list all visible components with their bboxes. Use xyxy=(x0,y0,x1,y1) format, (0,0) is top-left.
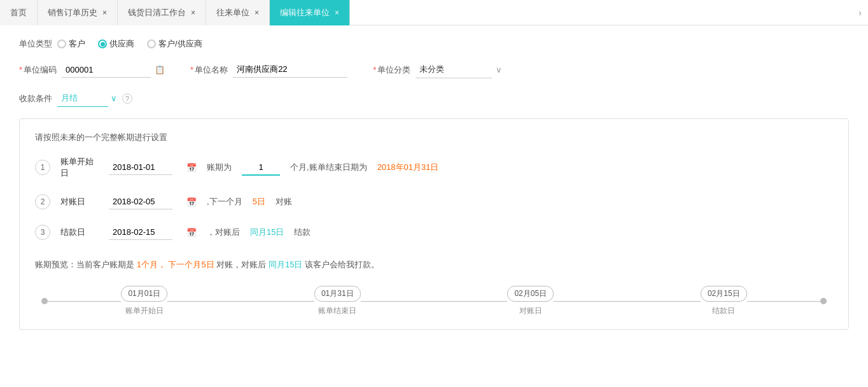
payment-dropdown[interactable]: 月结 ∨ xyxy=(57,90,117,107)
reconcile-date-input[interactable] xyxy=(109,194,172,209)
timeline-caption-3: 对账日 xyxy=(519,306,542,316)
timeline-caption-4: 结款日 xyxy=(712,306,735,316)
timeline-line-5 xyxy=(747,301,820,302)
unit-code-group: * 单位编码 📋 xyxy=(19,62,165,78)
unit-name-input[interactable] xyxy=(233,62,347,78)
card-instruction: 请按照未来的一个完整帐期进行设置 xyxy=(35,132,833,143)
unit-category-select[interactable]: 未分类 ∨ xyxy=(416,61,502,78)
tab-close-icon[interactable]: × xyxy=(102,9,107,17)
payment-label: 收款条件 xyxy=(19,93,52,104)
help-icon[interactable]: ? xyxy=(122,94,132,104)
timeline-dot-start xyxy=(41,298,48,304)
settings-card: 请按照未来的一个完整帐期进行设置 1 账单开始日 📅 账期为 个月,账单结束日期… xyxy=(19,118,849,330)
preview-label: 账期预览：当前客户账期是 xyxy=(35,260,134,269)
unit-category-group: * 单位分类 未分类 ∨ xyxy=(373,61,502,78)
radio-circle-customer xyxy=(57,39,66,48)
setting-row-3: 3 结款日 📅 ，对账后 同月15日 结款 xyxy=(35,225,833,240)
main-content: 单位类型 客户 供应商 客户/供应商 * 单位编码 📋 * 单位名称 xyxy=(0,25,868,387)
tab-sales-history[interactable]: 销售订单历史 × xyxy=(38,0,118,25)
chevron-down-icon[interactable]: ∨ xyxy=(496,65,502,74)
timeline-badge-4: 02月15日 xyxy=(701,286,747,302)
tab-home[interactable]: 首页 xyxy=(0,0,38,25)
unit-type-label: 单位类型 xyxy=(19,38,52,50)
row-num-2: 2 xyxy=(35,194,50,209)
unit-category-label: 单位分类 xyxy=(377,64,410,76)
timeline-badge-2: 01月31日 xyxy=(314,286,361,302)
setting-row-2: 2 对账日 📅 ,下一个月5日 对账 xyxy=(35,194,833,209)
row-num-3: 3 xyxy=(35,225,50,240)
payment-row: 收款条件 月结 ∨ ? xyxy=(19,90,849,107)
row-label-1: 账单开始日 xyxy=(60,156,99,179)
timeline: 01月01日 账单开始日 01月31日 账单结束日 02月05日 对账日 02月… xyxy=(35,286,833,316)
row-suffix-before-1: 账期为 xyxy=(207,162,232,173)
unit-type-row: 单位类型 客户 供应商 客户/供应商 xyxy=(19,38,849,50)
row-label-2: 对账日 xyxy=(60,196,99,208)
unit-name-label: 单位名称 xyxy=(195,64,228,76)
radio-supplier[interactable]: 供应商 xyxy=(98,38,134,50)
radio-customer[interactable]: 客户 xyxy=(57,38,85,50)
copy-icon[interactable]: 📋 xyxy=(155,65,165,74)
required-star: * xyxy=(373,65,376,74)
setting-row-1: 1 账单开始日 📅 账期为 个月,账单结束日期为 2018年01月31日 xyxy=(35,156,833,179)
unit-info-row: * 单位编码 📋 * 单位名称 * 单位分类 未分类 ∨ xyxy=(19,61,849,78)
required-star: * xyxy=(19,65,22,74)
end-date-highlight: 2018年01月31日 xyxy=(377,162,439,173)
unit-code-label: 单位编码 xyxy=(24,64,57,76)
calendar-icon-3[interactable]: 📅 xyxy=(186,228,197,237)
tab-unit[interactable]: 往来单位 × xyxy=(206,0,270,25)
preview-part2: 下一个月5日 xyxy=(168,260,214,269)
tabs-bar: 首页 销售订单历史 × 钱货日清工作台 × 往来单位 × 编辑往来单位 × › xyxy=(0,0,868,25)
period-input[interactable] xyxy=(242,160,280,176)
preview-end: 该客户会给我打款。 xyxy=(305,260,379,269)
tab-scroll-arrow[interactable]: › xyxy=(852,8,868,18)
preview-part3: 同月15日 xyxy=(269,260,302,269)
radio-circle-supplier xyxy=(98,39,107,48)
calendar-icon-2[interactable]: 📅 xyxy=(186,197,197,207)
unit-code-input[interactable] xyxy=(62,62,151,78)
timeline-line-1 xyxy=(48,301,121,302)
timeline-badge-3: 02月05日 xyxy=(507,286,554,302)
timeline-caption-2: 账单结束日 xyxy=(318,306,356,316)
tab-cash-work[interactable]: 钱货日清工作台 × xyxy=(118,0,206,25)
row-num-1: 1 xyxy=(35,160,50,175)
timeline-badge-1: 01月01日 xyxy=(121,286,167,302)
tab-close-icon[interactable]: × xyxy=(255,9,259,17)
radio-circle-both xyxy=(147,39,156,48)
payment-value: 月结 xyxy=(57,90,108,107)
tab-close-icon[interactable]: × xyxy=(335,9,339,17)
row-suffix-after-1: 个月,账单结束日期为 xyxy=(290,162,367,173)
preview-text: 账期预览：当前客户账期是 1个月， 下一个月5日 对账，对账后 同月15日 该客… xyxy=(35,255,833,271)
preview-part1: 1个月， xyxy=(137,260,166,269)
timeline-dot-end xyxy=(820,298,827,304)
tab-close-icon[interactable]: × xyxy=(191,9,195,17)
unit-category-value: 未分类 xyxy=(416,61,492,78)
timeline-line-3 xyxy=(361,301,508,302)
chevron-down-icon[interactable]: ∨ xyxy=(111,94,117,103)
unit-type-radio-group: 客户 供应商 客户/供应商 xyxy=(57,38,202,50)
timeline-node-4: 02月15日 结款日 xyxy=(701,286,747,316)
row-suffix-after-3: 结款 xyxy=(294,227,311,238)
start-date-input[interactable] xyxy=(109,160,172,175)
row-suffix-before-3: ，对账后 xyxy=(207,227,240,238)
unit-name-group: * 单位名称 xyxy=(190,62,347,78)
timeline-line-2 xyxy=(167,301,314,302)
timeline-caption-1: 账单开始日 xyxy=(125,306,164,316)
required-star: * xyxy=(190,65,193,74)
timeline-node-1: 01月01日 账单开始日 xyxy=(121,286,167,316)
preview-mid: 对账，对账后 xyxy=(216,260,266,269)
timeline-node-2: 01月31日 账单结束日 xyxy=(314,286,361,316)
calendar-icon-1[interactable]: 📅 xyxy=(186,163,197,172)
row-suffix-after-2: 对账 xyxy=(276,196,292,208)
timeline-line-4 xyxy=(554,301,701,302)
tab-edit-unit[interactable]: 编辑往来单位 × xyxy=(270,0,350,25)
row-label-3: 结款日 xyxy=(60,227,99,238)
payment-date-input[interactable] xyxy=(109,225,172,240)
row-day-highlight-3: 同月15日 xyxy=(250,227,284,238)
radio-both[interactable]: 客户/供应商 xyxy=(147,38,202,50)
row-day-highlight-2: 5日 xyxy=(253,196,265,208)
timeline-node-3: 02月05日 对账日 xyxy=(507,286,554,316)
row-suffix-before-2: ,下一个月 xyxy=(207,196,242,208)
